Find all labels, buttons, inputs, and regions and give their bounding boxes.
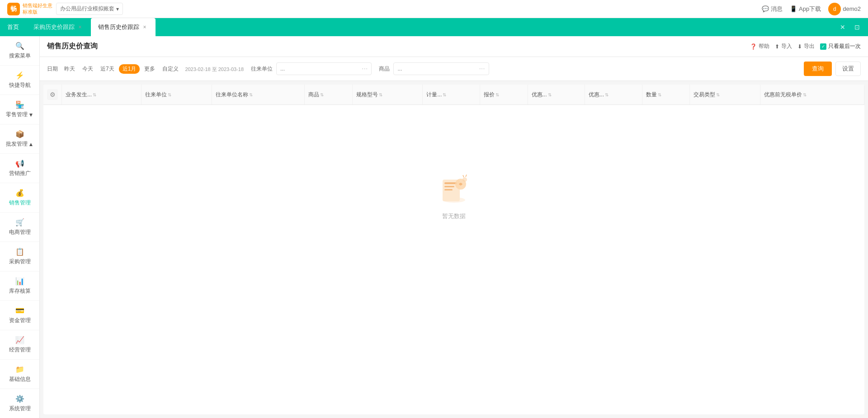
sort-icon: ⇅ — [93, 92, 96, 97]
tab-bar-actions: ✕ ⊡ — [837, 22, 868, 33]
svg-rect-3 — [444, 186, 454, 187]
sidebar-item-purchase[interactable]: 📋 采购管理 — [0, 242, 39, 271]
sidebar-item-retail[interactable]: 🏪 零售管理 ▼ — [0, 95, 39, 124]
th-unit[interactable]: 计量... ⇅ — [423, 85, 480, 105]
date-filter-group: 日期 昨天 今天 近7天 近1月 更多 自定义 2023-02-18 至 202… — [47, 64, 244, 74]
export-button[interactable]: ⬇ 导出 — [797, 43, 815, 50]
sort-icon: ⇅ — [495, 92, 499, 97]
th-trade-type[interactable]: 交易类型 ⇅ — [690, 85, 760, 105]
goods-input-wrapper[interactable]: ··· — [393, 62, 489, 75]
import-icon: ⬆ — [775, 43, 779, 50]
date-btn-more[interactable]: 更多 — [142, 64, 158, 74]
settings-button[interactable]: 设置 — [835, 62, 861, 76]
sidebar-item-inventory[interactable]: 📊 库存核算 — [0, 271, 39, 301]
sidebar-item-sales[interactable]: 💰 销售管理 — [0, 183, 39, 213]
top-bar: 畅 销售端好生意 标准版 办公用品行业模拟账套 ▾ 💬 消息 📱 App下载 d… — [0, 0, 868, 18]
close-sales-tab[interactable]: × — [141, 24, 148, 31]
store-icon: 🏪 — [15, 100, 24, 109]
counterparty-input-wrapper[interactable]: ··· — [276, 62, 372, 75]
sidebar-item-shortcut[interactable]: ⚡ 快捷导航 — [0, 66, 39, 95]
th-biz-date[interactable]: 业务发生... ⇅ — [62, 85, 142, 105]
chevron-down-icon: ▼ — [28, 112, 34, 118]
table-header-row: ⚙ 业务发生... ⇅ 往来单位 ⇅ — [43, 85, 864, 105]
th-goods[interactable]: 商品 ⇅ — [305, 85, 353, 105]
help-button[interactable]: ❓ 帮助 — [750, 43, 769, 50]
close-purchase-tab[interactable]: × — [76, 24, 84, 31]
close-window-button[interactable]: ✕ — [837, 22, 848, 33]
company-selector[interactable]: 办公用品行业模拟账套 ▾ — [56, 3, 123, 15]
sort-icon: ⇅ — [379, 92, 382, 97]
empty-state: 暂无数据 — [43, 105, 864, 286]
counterparty-filter-group: 往来单位 ··· — [251, 62, 372, 75]
query-button[interactable]: 查询 — [804, 62, 832, 76]
th-pre-tax[interactable]: 优惠前无税单价 ⇅ — [760, 85, 864, 105]
goods-picker-icon[interactable]: ··· — [479, 65, 485, 73]
lightning-icon: ⚡ — [15, 71, 24, 80]
sort-icon: ⇅ — [548, 92, 552, 97]
sidebar-item-finance[interactable]: 💳 资金管理 — [0, 301, 39, 330]
th-spec[interactable]: 规格型号 ⇅ — [352, 85, 423, 105]
th-price[interactable]: 报价 ⇅ — [480, 85, 528, 105]
empty-illustration — [436, 171, 472, 207]
counterparty-picker-icon[interactable]: ··· — [362, 65, 368, 73]
search-icon: 🔍 — [15, 42, 24, 50]
goods-filter-group: 商品 ··· — [379, 62, 489, 75]
date-btn-custom[interactable]: 自定义 — [160, 64, 181, 74]
svg-line-7 — [463, 175, 464, 177]
top-bar-left: 畅 销售端好生意 标准版 办公用品行业模拟账套 ▾ — [7, 3, 123, 15]
th-qty[interactable]: 数量 ⇅ — [642, 85, 690, 105]
date-btn-yesterday[interactable]: 昨天 — [61, 64, 78, 74]
sidebar-item-system[interactable]: ⚙️ 系统管理 — [0, 389, 39, 418]
date-range: 2023-02-18 至 2023-03-18 — [185, 66, 244, 73]
table-container: ⚙ 业务发生... ⇅ 往来单位 ⇅ — [43, 85, 864, 414]
goods-label: 商品 — [379, 65, 390, 73]
megaphone-icon: 📢 — [15, 159, 24, 168]
svg-point-6 — [462, 177, 467, 182]
th-discount1[interactable]: 优惠... ⇅ — [528, 85, 585, 105]
sort-icon: ⇅ — [320, 92, 324, 97]
app-download-button[interactable]: 📱 App下载 — [790, 5, 821, 13]
th-discount2[interactable]: 优惠... ⇅ — [585, 85, 642, 105]
tab-home[interactable]: 首页 — [0, 18, 26, 36]
only-last-checkbox[interactable]: ✓ — [820, 43, 826, 50]
th-counterparty-name[interactable]: 往来单位名称 ⇅ — [212, 85, 304, 105]
svg-rect-4 — [444, 189, 453, 190]
goods-input[interactable] — [397, 66, 479, 72]
sidebar-item-ecommerce[interactable]: 🛒 电商管理 — [0, 213, 39, 242]
sidebar-item-operations[interactable]: 📈 经营管理 — [0, 330, 39, 360]
data-table: ⚙ 业务发生... ⇅ 往来单位 ⇅ — [43, 85, 864, 286]
counterparty-input[interactable] — [280, 66, 362, 72]
card-icon: 💳 — [15, 306, 24, 315]
only-last-checkbox-label[interactable]: ✓ 只看最后一次 — [820, 43, 861, 50]
date-btn-7days[interactable]: 近7天 — [98, 64, 117, 74]
date-btn-1month[interactable]: 近1月 — [119, 64, 140, 74]
sort-icon: ⇅ — [658, 92, 661, 97]
chevron-up-icon: ▲ — [28, 141, 34, 147]
page-header: 销售历史价查询 ❓ 帮助 ⬆ 导入 ⬇ 导出 ✓ 只看最后一次 — [40, 36, 868, 57]
page-title: 销售历史价查询 — [47, 42, 98, 51]
gear-icon: ⚙️ — [15, 394, 24, 403]
sidebar-item-marketing[interactable]: 📢 营销推广 — [0, 154, 39, 183]
date-btn-today[interactable]: 今天 — [80, 64, 96, 74]
th-gear: ⚙ — [43, 85, 62, 105]
svg-line-8 — [466, 175, 467, 177]
empty-row: 暂无数据 — [43, 105, 864, 286]
tab-bar: 首页 采购历史价跟踪 × 销售历史价跟踪 × ✕ ⊡ — [0, 18, 868, 36]
date-label: 日期 — [47, 65, 58, 73]
restore-window-button[interactable]: ⊡ — [852, 22, 863, 33]
th-counterparty[interactable]: 往来单位 ⇅ — [142, 85, 212, 105]
import-button[interactable]: ⬆ 导入 — [775, 43, 792, 50]
sidebar-item-basic[interactable]: 📁 基础信息 — [0, 360, 39, 389]
message-button[interactable]: 💬 消息 — [762, 5, 783, 13]
sidebar: 🔍 搜索菜单 ⚡ 快捷导航 🏪 零售管理 ▼ 📦 批发管理 ▲ 📢 营销推广 — [0, 36, 40, 418]
user-menu[interactable]: d demo2 — [828, 3, 861, 15]
sidebar-item-wholesale[interactable]: 📦 批发管理 ▲ — [0, 124, 39, 154]
tab-purchase[interactable]: 采购历史价跟踪 × — [26, 18, 91, 36]
package-icon: 📦 — [15, 130, 24, 138]
main-layout: 🔍 搜索菜单 ⚡ 快捷导航 🏪 零售管理 ▼ 📦 批发管理 ▲ 📢 营销推广 — [0, 36, 868, 418]
tab-sales[interactable]: 销售历史价跟踪 × — [91, 18, 156, 36]
column-settings-button[interactable]: ⚙ — [47, 89, 58, 100]
sort-icon: ⇅ — [168, 92, 171, 97]
sort-icon: ⇅ — [716, 92, 720, 97]
sidebar-item-search[interactable]: 🔍 搜索菜单 — [0, 36, 39, 66]
